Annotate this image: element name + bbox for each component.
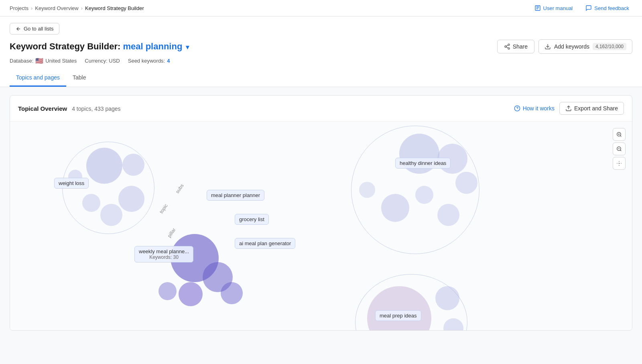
country-name: United States [45, 58, 77, 64]
how-it-works-button[interactable]: How it works [514, 105, 555, 112]
zoom-controls [613, 128, 626, 170]
meal-planner-label: meal planner planner [207, 190, 264, 201]
arrow-left-icon [16, 26, 21, 32]
export-icon [565, 105, 572, 112]
overview-header: Topical Overview 4 topics, 433 pages How… [10, 96, 632, 122]
add-keywords-label: Add keywords [554, 43, 589, 50]
topbar-actions: User manual Send feedback [531, 3, 632, 13]
book-icon [534, 5, 541, 11]
title-static: Keyword Strategy Builder: [10, 41, 120, 51]
breadcrumb-sep1: › [31, 5, 33, 11]
breadcrumb-sep2: › [81, 5, 83, 11]
breadcrumb-keyword-overview[interactable]: Keyword Overview [35, 5, 78, 11]
user-manual-button[interactable]: User manual [531, 3, 576, 13]
svg-point-2 [505, 46, 506, 47]
zoom-in-icon [616, 132, 622, 137]
svg-point-3 [508, 48, 510, 49]
seed-count[interactable]: 4 [167, 58, 170, 64]
us-flag-icon: 🇺🇸 [35, 57, 43, 65]
add-keywords-button[interactable]: Add keywords 4,162/10,000 [538, 39, 632, 54]
back-to-lists-button[interactable]: Go to all lists [10, 23, 59, 35]
overview-card: Topical Overview 4 topics, 433 pages How… [10, 95, 632, 331]
export-share-label: Export and Share [574, 105, 618, 112]
database-meta: Database: 🇺🇸 United States [10, 57, 77, 65]
keyword-count-badge: 4,162/10,000 [593, 43, 626, 50]
topbar: Projects › Keyword Overview › Keyword St… [0, 0, 642, 16]
send-feedback-label: Send feedback [594, 5, 629, 11]
overview-subtitle: 4 topics, 433 pages [72, 106, 120, 112]
currency-meta: Currency: USD [85, 58, 120, 64]
main-content: Topical Overview 4 topics, 433 pages How… [0, 87, 642, 339]
share-button[interactable]: Share [497, 40, 534, 53]
seed-keywords-meta: Seed keywords: 4 [128, 58, 170, 64]
tab-topics-pages[interactable]: Topics and pages [10, 69, 66, 87]
download-icon [544, 43, 551, 50]
subs-text: subs [175, 183, 185, 195]
zoom-reset-button[interactable] [613, 157, 626, 170]
ai-meal-plan-label: ai meal plan generator [235, 238, 295, 249]
overview-title: Topical Overview [18, 105, 67, 112]
page-title: Keyword Strategy Builder: meal planning … [10, 41, 189, 52]
export-share-button[interactable]: Export and Share [559, 102, 624, 115]
help-circle-icon [514, 105, 520, 112]
visualization-area[interactable]: weight loss subs topic pillar [10, 122, 632, 330]
how-it-works-label: How it works [523, 105, 555, 112]
keyword-name[interactable]: meal planning ▾ [123, 41, 189, 51]
svg-point-1 [508, 44, 510, 45]
breadcrumb-current: Keyword Strategy Builder [85, 5, 144, 11]
share-label: Share [513, 43, 528, 50]
overview-title-area: Topical Overview 4 topics, 433 pages [18, 105, 121, 112]
zoom-out-button[interactable] [613, 142, 626, 155]
breadcrumb-projects[interactable]: Projects [10, 5, 28, 11]
currency-label: Currency: USD [85, 58, 120, 64]
zoom-in-button[interactable] [613, 128, 626, 141]
seed-label: Seed keywords: [128, 58, 165, 64]
feedback-icon [585, 5, 592, 11]
pillar-text: pillar [167, 227, 177, 239]
overview-actions: How it works Export and Share [514, 102, 624, 115]
title-actions: Share Add keywords 4,162/10,000 [497, 39, 632, 54]
meta-row: Database: 🇺🇸 United States Currency: USD… [10, 57, 632, 69]
svg-point-15 [619, 163, 619, 163]
svg-line-13 [620, 150, 622, 151]
breadcrumb: Projects › Keyword Overview › Keyword St… [10, 5, 144, 11]
page-header: Go to all lists Keyword Strategy Builder… [0, 16, 642, 69]
tab-table[interactable]: Table [66, 69, 92, 87]
send-feedback-button[interactable]: Send feedback [582, 3, 632, 13]
svg-line-9 [620, 136, 622, 137]
topic-text: topic [158, 203, 169, 215]
title-row: Keyword Strategy Builder: meal planning … [10, 39, 632, 54]
tabs-container: Topics and pages Table [0, 69, 642, 87]
user-manual-label: User manual [543, 5, 573, 11]
zoom-out-icon [616, 146, 622, 152]
back-button-label: Go to all lists [24, 26, 53, 32]
share-icon [504, 43, 510, 50]
grocery-list-label: grocery list [235, 214, 269, 225]
database-label: Database: [10, 58, 33, 64]
crosshair-icon [616, 161, 622, 166]
dropdown-chevron-icon: ▾ [186, 44, 189, 51]
